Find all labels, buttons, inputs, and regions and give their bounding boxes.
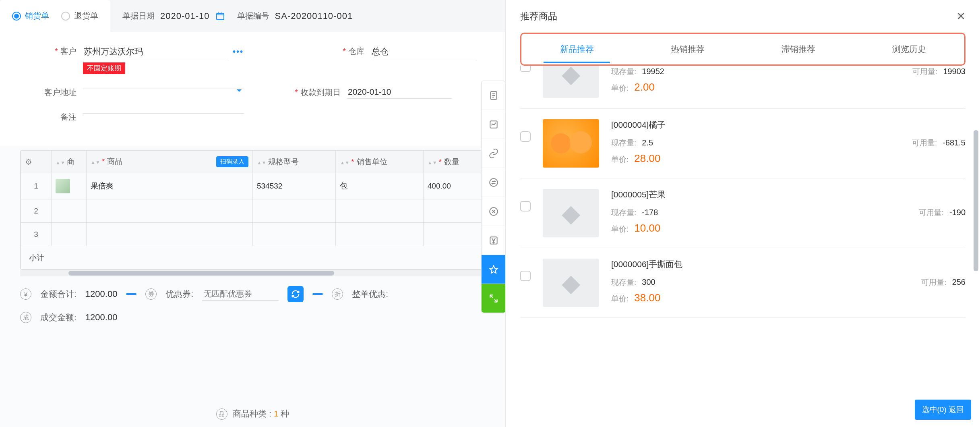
item-checkbox[interactable] (520, 201, 531, 211)
rail-yen-icon[interactable] (482, 226, 506, 255)
item-checkbox[interactable] (520, 271, 531, 281)
item-thumb: ◆ (543, 66, 599, 98)
due-date-field: *收款到期日 2020-01-10 (284, 85, 452, 99)
panel-title: 推荐商品 (520, 10, 557, 23)
doc-date-value[interactable]: 2020-01-10 (160, 11, 210, 21)
col-spec[interactable]: ▲▼规格型号 (252, 151, 335, 173)
item-title: [0000005]芒果 (611, 189, 966, 200)
item-info: [0000005]芒果现存量:-178可用量:-190单价:10.00 (611, 189, 966, 234)
table-row[interactable]: 2 (21, 199, 485, 223)
main-form-area: 销货单 退货单 单据日期 2020-01-10 单据编号 SA-20200110… (0, 0, 505, 427)
kind-suffix: 种 (281, 409, 289, 418)
address-select[interactable] (83, 85, 244, 89)
gear-icon: ⚙ (25, 158, 32, 166)
item-checkbox[interactable] (520, 66, 531, 72)
item-checkbox[interactable] (520, 131, 531, 142)
warehouse-field: *仓库 总仓 (308, 44, 476, 59)
kind-label: 商品种类 : (233, 409, 271, 418)
tab-sales[interactable]: 销货单 (12, 10, 49, 21)
doc-header-bar: 销货单 退货单 单据日期 2020-01-10 单据编号 SA-20200110… (0, 0, 505, 32)
cell-product[interactable]: 果倍爽 (87, 173, 253, 199)
doc-date-label: 单据日期 (122, 10, 155, 21)
product-thumb-icon (56, 179, 70, 193)
due-date-input[interactable]: 2020-01-10 (347, 85, 452, 99)
item-avail: -190 (949, 208, 966, 217)
rail-link-icon[interactable] (482, 139, 506, 168)
radio-icon (12, 12, 21, 21)
warehouse-input[interactable]: 总仓 (371, 44, 476, 59)
refresh-button[interactable] (287, 286, 304, 302)
col-product[interactable]: ▲▼*商品扫码录入 (87, 151, 253, 173)
selected-return-button[interactable]: 选中(0) 返回 (915, 400, 972, 420)
deal-icon: 成 (20, 312, 31, 323)
list-item[interactable]: [0000004]橘子现存量:2.5可用量:-681.5单价:28.00 (520, 109, 966, 178)
form-section: *客户 苏州万达沃尔玛 ••• 不固定账期 *仓库 总仓 客户地 (0, 32, 505, 146)
col-settings[interactable]: ⚙ (21, 151, 52, 173)
discount-icon: 折 (332, 288, 343, 300)
radio-icon (61, 12, 70, 21)
item-avail: 19903 (943, 67, 966, 76)
doc-no-value: SA-20200110-001 (275, 11, 353, 21)
item-thumb: ◆ (543, 189, 599, 237)
minus-icon (312, 293, 323, 295)
remark-field: 备注 (20, 110, 244, 122)
table-row[interactable]: 3 (21, 223, 485, 246)
tab-history[interactable]: 浏览历史 (854, 36, 964, 62)
tab-new[interactable]: 新品推荐 (521, 36, 632, 62)
vertical-scrollbar[interactable] (974, 130, 978, 271)
subtotal-row: 小计 (21, 246, 485, 269)
rail-tag-icon[interactable] (482, 197, 506, 226)
table-row[interactable]: 1 果倍爽 534532 包 400.00 (21, 173, 485, 199)
doc-no-field: 单据编号 SA-20200110-001 (237, 10, 353, 21)
tab-hot[interactable]: 热销推荐 (632, 36, 743, 62)
item-stock: 300 (642, 278, 655, 287)
calendar-icon[interactable] (215, 11, 225, 21)
item-info: 250ml现存量:19952可用量:19903单价:2.00 (611, 66, 966, 93)
rail-chart-icon[interactable] (482, 110, 506, 139)
doc-no-label: 单据编号 (237, 10, 269, 21)
item-stock: 19952 (642, 67, 664, 76)
minus-icon (126, 293, 136, 295)
cell-qty[interactable]: 400.00 (423, 173, 484, 199)
item-stock: 2.5 (642, 138, 653, 147)
due-date-label: 收款到期日 (300, 88, 341, 97)
col-image[interactable]: ▲▼商 (52, 151, 87, 173)
tab-sales-label: 销货单 (25, 10, 49, 21)
tab-return[interactable]: 退货单 (61, 10, 98, 21)
item-thumb: ◆ (543, 259, 599, 307)
coupon-icon: 券 (145, 288, 157, 300)
tab-slow[interactable]: 滞销推荐 (743, 36, 854, 62)
col-qty[interactable]: ▲▼*数量 (423, 151, 484, 173)
items-list[interactable]: ◆250ml现存量:19952可用量:19903单价:2.00[0000004]… (506, 66, 980, 427)
cell-spec[interactable]: 534532 (252, 173, 335, 199)
coupon-input[interactable] (202, 288, 279, 301)
item-price: 2.00 (634, 81, 655, 93)
footer-bar: 品 商品种类 : 1 种 (0, 401, 505, 427)
customer-input[interactable]: 苏州万达沃尔玛 (83, 44, 228, 59)
horizontal-scrollbar[interactable] (20, 270, 485, 276)
rail-star-icon[interactable] (482, 255, 506, 284)
row-index: 1 (21, 173, 52, 199)
col-unit[interactable]: ▲▼*销售单位 (336, 151, 423, 173)
item-price: 38.00 (634, 292, 660, 304)
address-label: 客户地址 (44, 88, 76, 97)
remark-input[interactable] (83, 110, 244, 114)
rail-swap-icon[interactable] (482, 168, 506, 197)
side-rail (481, 81, 505, 313)
cell-unit[interactable]: 包 (336, 173, 423, 199)
deal-bar: 成 成交金额: 1200.00 (0, 312, 505, 333)
rail-expand-icon[interactable] (482, 284, 506, 313)
item-thumb (543, 119, 599, 168)
customer-more-icon[interactable]: ••• (233, 47, 244, 56)
svg-rect-0 (217, 13, 224, 20)
list-item[interactable]: ◆250ml现存量:19952可用量:19903单价:2.00 (520, 66, 966, 109)
scan-entry-button[interactable]: 扫码录入 (216, 156, 248, 167)
item-info: [0000006]手撕面包现存量:300可用量:256单价:38.00 (611, 259, 966, 304)
list-item[interactable]: ◆[0000005]芒果现存量:-178可用量:-190单价:10.00 (520, 178, 966, 248)
list-item[interactable]: ◆[0000006]手撕面包现存量:300可用量:256单价:38.00 (520, 248, 966, 318)
item-stock: -178 (642, 208, 658, 217)
remark-label: 备注 (60, 112, 76, 121)
rail-doc-icon[interactable] (482, 81, 506, 110)
close-icon[interactable]: ✕ (956, 10, 966, 23)
address-field: 客户地址 (20, 85, 244, 98)
